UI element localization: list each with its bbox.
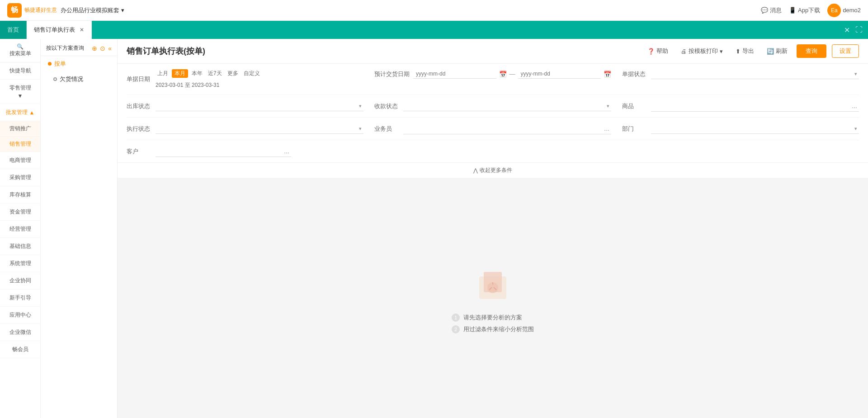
filter-row-1: 单据日期 上月 本月 本年 近7天 更多 自定义 bbox=[127, 69, 859, 95]
exec-status-label: 执行状态 bbox=[127, 125, 152, 133]
date-tab-more[interactable]: 更多 bbox=[226, 69, 240, 78]
salesperson-input-area[interactable]: ... bbox=[403, 123, 611, 134]
newbie-label: 新手引导 bbox=[9, 294, 31, 302]
calendar-to-icon[interactable]: 📅 bbox=[604, 71, 611, 78]
tip-num-2: 2 bbox=[452, 325, 460, 333]
inventory-label: 库存核算 bbox=[9, 191, 31, 199]
order-status-dropdown[interactable]: ▾ bbox=[651, 69, 859, 79]
sidebar-item-finance[interactable]: 资金管理 bbox=[0, 204, 40, 221]
message-action[interactable]: 💬 消息 bbox=[761, 6, 782, 14]
scheme-item-debt[interactable]: 欠货情况 bbox=[41, 71, 117, 87]
date-tab-thisyear[interactable]: 本年 bbox=[190, 69, 204, 78]
expected-date-to[interactable] bbox=[518, 69, 601, 79]
sidebar-search-label: 搜索菜单 bbox=[4, 50, 37, 57]
filter-customer: 客户 ... bbox=[127, 146, 859, 157]
refresh-icon: 🔄 bbox=[767, 48, 774, 55]
workspace-dropdown-icon[interactable]: ▾ bbox=[121, 7, 124, 14]
help-button[interactable]: ❓ 帮助 bbox=[644, 45, 672, 57]
scheme-collapse-icon[interactable]: « bbox=[108, 45, 112, 52]
tab-sales-order[interactable]: 销售订单执行表 ✕ bbox=[27, 21, 92, 39]
help-label: 帮助 bbox=[656, 47, 668, 55]
filter-product: 商品 ... bbox=[622, 100, 859, 112]
sidebar-item-marketing[interactable]: 营销推广 bbox=[0, 121, 40, 137]
scheme-add-icon[interactable]: ⊕ bbox=[92, 45, 97, 52]
scheme-header: 按以下方案查询 ⊕ ⊙ « bbox=[41, 44, 117, 56]
sidebar-item-system[interactable]: 系统管理 bbox=[0, 255, 40, 272]
date-tab-thismonth[interactable]: 本月 bbox=[172, 69, 188, 78]
app-download-action[interactable]: 📱 App下载 bbox=[789, 6, 820, 14]
message-icon: 💬 bbox=[761, 7, 768, 14]
tab-home-label: 首页 bbox=[7, 26, 19, 34]
filter-salesperson: 业务员 ... bbox=[374, 123, 611, 134]
payment-status-dropdown[interactable]: ▾ bbox=[403, 101, 611, 111]
sidebar-item-wholesale[interactable]: 批发管理 ▲ bbox=[0, 104, 40, 121]
tab-home[interactable]: 首页 bbox=[0, 21, 27, 39]
tab-bar: 首页 销售订单执行表 ✕ ✕ ⛶ bbox=[0, 21, 868, 39]
date-range-text: 2023-03-01 至 2023-03-31 bbox=[156, 81, 262, 89]
date-tab-custom[interactable]: 自定义 bbox=[242, 69, 262, 78]
product-input-area[interactable]: ... bbox=[651, 100, 859, 112]
expected-date-from[interactable] bbox=[413, 69, 496, 79]
sidebar-item-purchase[interactable]: 采购管理 bbox=[0, 169, 40, 186]
member-label: 畅会员 bbox=[12, 346, 28, 353]
wholesale-arrow: ▲ bbox=[29, 109, 35, 116]
sidebar-item-corp-wechat[interactable]: 企业微信 bbox=[0, 324, 40, 341]
sidebar-item-operations[interactable]: 经营管理 bbox=[0, 221, 40, 238]
user-profile[interactable]: Ea demo2 bbox=[827, 4, 861, 17]
sidebar-item-inventory[interactable]: 库存核算 bbox=[0, 186, 40, 204]
search-button[interactable]: 查询 bbox=[797, 44, 826, 58]
exec-status-dropdown[interactable]: ▾ bbox=[156, 124, 363, 134]
settings-button[interactable]: 设置 bbox=[832, 44, 859, 58]
message-label: 消息 bbox=[770, 6, 782, 14]
filter-date: 单据日期 上月 本月 本年 近7天 更多 自定义 bbox=[127, 69, 363, 89]
product-ellipsis[interactable]: ... bbox=[852, 102, 857, 109]
ship-status-dropdown[interactable]: ▾ bbox=[156, 101, 363, 111]
scheme-item-order[interactable]: 按单 bbox=[41, 56, 117, 71]
header-right: 💬 消息 📱 App下载 Ea demo2 bbox=[761, 4, 861, 17]
customer-input-area[interactable]: ... bbox=[156, 146, 291, 157]
tab-close-icon[interactable]: ✕ bbox=[80, 27, 84, 33]
sidebar-item-retail[interactable]: 零售管理 ▼ bbox=[0, 80, 40, 104]
salesperson-ellipsis[interactable]: ... bbox=[604, 125, 609, 132]
date-tabs: 上月 本月 本年 近7天 更多 自定义 bbox=[156, 69, 262, 78]
sidebar-item-corp-collab[interactable]: 企业协同 bbox=[0, 272, 40, 290]
date-tab-lastmonth[interactable]: 上月 bbox=[156, 69, 170, 78]
tab-close-button[interactable]: ✕ bbox=[844, 26, 850, 34]
wholesale-label: 批发管理 bbox=[6, 109, 28, 116]
avatar: Ea bbox=[827, 4, 841, 17]
sidebar-item-basic[interactable]: 基础信息 bbox=[0, 238, 40, 255]
filter-order-status: 单据状态 ▾ bbox=[622, 69, 859, 79]
department-dropdown[interactable]: ▾ bbox=[651, 124, 859, 134]
sidebar-item-member[interactable]: 畅会员 bbox=[0, 341, 40, 358]
sidebar-item-newbie[interactable]: 新手引导 bbox=[0, 290, 40, 307]
workspace-title[interactable]: 办公用品行业模拟账套 ▾ bbox=[61, 6, 124, 14]
sidebar-item-quick-nav[interactable]: 快捷导航 bbox=[0, 62, 40, 80]
logo-text: 畅捷通好生意 bbox=[24, 7, 57, 13]
date-tab-7days[interactable]: 近7天 bbox=[206, 69, 224, 78]
scheme-settings-icon[interactable]: ⊙ bbox=[100, 45, 105, 52]
expected-date-label: 预计交货日期 bbox=[374, 70, 410, 78]
empty-tips: 1 请先选择要分析的方案 2 用过滤条件来缩小分析范围 bbox=[452, 314, 534, 333]
print-label: 按模板打印 bbox=[689, 47, 718, 55]
collapse-button[interactable]: ⋀ 收起更多条件 bbox=[473, 166, 512, 174]
sidebar-search[interactable]: 🔍 搜索菜单 bbox=[0, 39, 40, 62]
export-button[interactable]: ⬆ 导出 bbox=[732, 45, 758, 57]
tab-expand-button[interactable]: ⛶ bbox=[855, 26, 863, 34]
customer-ellipsis[interactable]: ... bbox=[284, 147, 289, 155]
order-status-chevron: ▾ bbox=[854, 71, 857, 77]
refresh-button[interactable]: 🔄 刷新 bbox=[763, 45, 791, 57]
page-title: 销售订单执行表(按单) bbox=[127, 46, 205, 57]
payment-status-chevron: ▾ bbox=[607, 103, 609, 109]
ship-status-label: 出库状态 bbox=[127, 102, 152, 110]
empty-tip-1: 1 请先选择要分析的方案 bbox=[452, 314, 534, 322]
sidebar-item-sales[interactable]: 销售管理 bbox=[0, 137, 40, 152]
sidebar-item-app-center[interactable]: 应用中心 bbox=[0, 307, 40, 324]
print-button[interactable]: 🖨 按模板打印 ▾ bbox=[677, 45, 726, 57]
print-dropdown-icon[interactable]: ▾ bbox=[720, 48, 723, 55]
sidebar-item-ecommerce[interactable]: 电商管理 bbox=[0, 152, 40, 169]
order-status-label: 单据状态 bbox=[622, 70, 647, 78]
filter-payment-status: 收款状态 ▾ bbox=[374, 101, 611, 111]
basic-label: 基础信息 bbox=[9, 242, 31, 250]
calendar-from-icon[interactable]: 📅 bbox=[499, 71, 507, 78]
filter-ship-status: 出库状态 ▾ bbox=[127, 101, 363, 111]
